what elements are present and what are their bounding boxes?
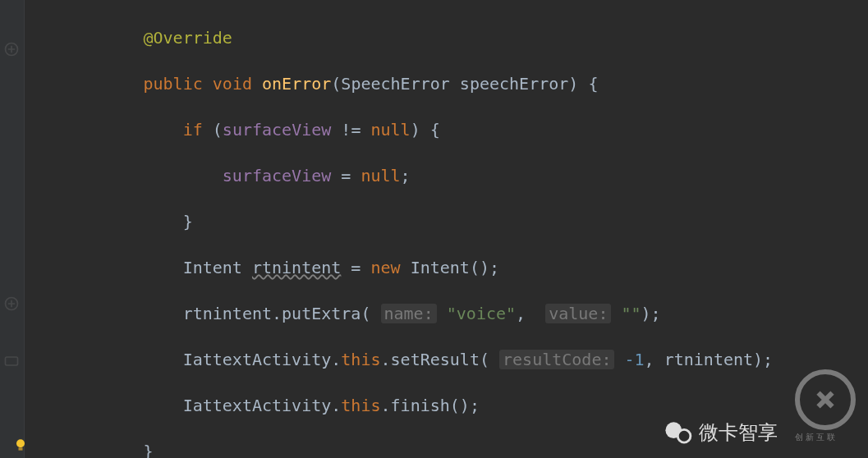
string-literal: "" bbox=[621, 304, 641, 323]
keyword-this: this bbox=[341, 350, 380, 369]
gutter-override-marker-icon bbox=[3, 295, 20, 312]
inlay-hint: value: bbox=[545, 304, 611, 323]
string-literal: "voice" bbox=[447, 304, 516, 323]
wechat-icon bbox=[664, 419, 692, 447]
class-ref: IattextActivity bbox=[183, 350, 332, 369]
keyword-null: null bbox=[361, 166, 400, 185]
class-ref: IattextActivity bbox=[183, 396, 332, 415]
field: surfaceView bbox=[223, 120, 331, 140]
local-var: rtnintent bbox=[664, 350, 753, 369]
gear-icon bbox=[795, 369, 856, 430]
svg-rect-4 bbox=[19, 447, 23, 450]
svg-point-3 bbox=[16, 439, 25, 447]
number-literal: -1 bbox=[625, 350, 645, 369]
method-name: onError bbox=[262, 74, 331, 94]
keyword-public: public bbox=[144, 74, 203, 94]
inlay-hint: name: bbox=[381, 304, 437, 323]
type: Intent bbox=[183, 258, 242, 277]
keyword-new: new bbox=[370, 258, 400, 277]
gutter-override-marker-icon bbox=[3, 41, 20, 57]
svg-rect-2 bbox=[6, 357, 18, 365]
inlay-hint: resultCode: bbox=[499, 350, 614, 369]
code-editor[interactable]: @Override public void onError(SpeechErro… bbox=[25, 0, 868, 458]
type: SpeechError bbox=[341, 74, 449, 94]
method-call: setResult bbox=[391, 350, 480, 369]
watermark-primary: 微卡智享 bbox=[664, 419, 778, 447]
keyword-null: null bbox=[370, 120, 410, 140]
watermark-secondary: 创新互联 bbox=[795, 369, 856, 430]
method-call: finish bbox=[391, 396, 450, 415]
param: speechError bbox=[460, 74, 568, 94]
annotation: @Override bbox=[144, 28, 232, 48]
keyword-void: void bbox=[213, 74, 252, 94]
watermark-text: 微卡智享 bbox=[699, 419, 778, 446]
keyword-if: if bbox=[183, 120, 203, 140]
svg-point-6 bbox=[677, 429, 691, 442]
editor-gutter bbox=[0, 0, 25, 458]
method-call: putExtra bbox=[282, 304, 361, 323]
field: surfaceView bbox=[223, 166, 331, 185]
keyword-this: this bbox=[341, 396, 380, 415]
gutter-fold-icon[interactable] bbox=[3, 353, 20, 369]
local-var: rtnintent bbox=[252, 258, 341, 277]
type: Intent bbox=[411, 258, 470, 277]
watermark-text2: 创新互联 bbox=[795, 432, 856, 443]
local-var: rtnintent bbox=[183, 304, 272, 323]
operator: != bbox=[341, 120, 361, 140]
